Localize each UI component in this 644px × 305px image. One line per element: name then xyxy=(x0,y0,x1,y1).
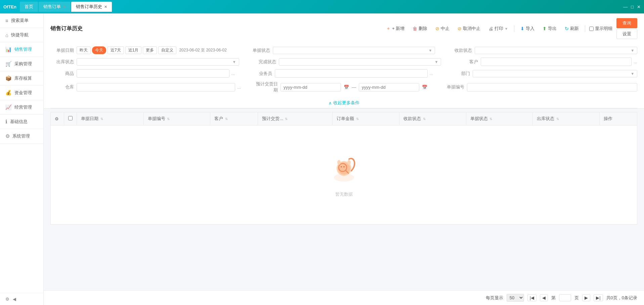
sidebar-item-operations[interactable]: 📈 经营管理 xyxy=(0,100,43,115)
maximize-button[interactable]: □ xyxy=(631,4,634,9)
close-window-button[interactable]: ✕ xyxy=(637,4,641,9)
calendar-end-icon[interactable]: 📅 xyxy=(422,85,427,90)
doc-number-input[interactable] xyxy=(467,83,637,91)
sort-doc-status-icon[interactable]: ⇅ xyxy=(489,117,492,121)
sidebar-item-system[interactable]: ⚙ 系统管理 xyxy=(0,129,43,144)
sort-amount-icon[interactable]: ⇅ xyxy=(356,117,359,121)
page-header: 销售订单历史 ＋ + 新增 🗑 删除 ⊘ 中止 ⊘ xyxy=(44,13,644,109)
sidebar-settings-icon[interactable]: ⚙ xyxy=(5,297,9,302)
system-icon: ⚙ xyxy=(5,133,10,139)
payment-select[interactable]: ▼ xyxy=(475,47,637,54)
print-button[interactable]: 🖨 打印 ▼ xyxy=(486,24,510,33)
complete-chevron-icon: ▼ xyxy=(434,60,438,64)
salesperson-input[interactable] xyxy=(275,69,428,78)
minimize-button[interactable]: — xyxy=(623,4,628,9)
sidebar-item-search[interactable]: ≡ 搜索菜单 xyxy=(0,13,43,28)
settings-icon[interactable]: ⚙ xyxy=(55,116,59,121)
customer-input[interactable] xyxy=(481,58,632,66)
customer-dots[interactable]: ... xyxy=(634,59,637,64)
filter-row-3: 商品 ... 业务员 ... 部门 ▼ xyxy=(50,69,637,78)
empty-illustration xyxy=(327,152,361,186)
date-dash: — xyxy=(352,85,356,90)
delivery-date-label: 预计交货日期 xyxy=(254,81,278,93)
sort-payment-icon[interactable]: ⇅ xyxy=(423,117,426,121)
warehouse-input[interactable] xyxy=(77,83,235,91)
settings-button[interactable]: 设置 xyxy=(616,29,637,39)
select-all-checkbox[interactable] xyxy=(68,116,73,120)
date-yesterday[interactable]: 昨天 xyxy=(77,46,91,54)
outbound-select[interactable]: ▼ xyxy=(77,58,239,66)
stop-button[interactable]: ⊘ 中止 xyxy=(433,24,452,33)
date-7days[interactable]: 近7天 xyxy=(108,46,124,54)
payment-label: 收款状态 xyxy=(448,47,472,53)
show-detail-input[interactable] xyxy=(589,27,594,31)
show-detail-checkbox[interactable]: 显示明细 xyxy=(589,26,612,32)
sidebar-item-quick-nav[interactable]: ⌂ 快捷导航 xyxy=(0,28,43,42)
page-size-select[interactable]: 50 20 100 xyxy=(507,294,524,302)
date-range-text: 2023-06-02 至 2023-06-02 xyxy=(179,47,226,53)
sort-outbound-icon[interactable]: ⇅ xyxy=(556,117,559,121)
complete-select[interactable]: ▼ xyxy=(279,58,441,66)
last-page-button[interactable]: ▶| xyxy=(594,294,603,301)
delivery-date-start[interactable] xyxy=(281,83,341,91)
tab-sales-order[interactable]: 销售订单 ✕ xyxy=(39,2,71,12)
tab-sales-order-history[interactable]: 销售订单历史 ✕ xyxy=(71,2,112,12)
warehouse-dots[interactable]: ... xyxy=(237,85,241,90)
salesperson-dots[interactable]: ... xyxy=(430,71,433,76)
info-icon: ℹ xyxy=(5,119,7,125)
collapse-btn[interactable]: ∧ 收起更多条件 xyxy=(50,100,637,106)
page-number-input[interactable]: 1 xyxy=(559,294,571,301)
sidebar-item-sales[interactable]: 📊 销售管理 xyxy=(0,42,43,57)
tab-home[interactable]: 首页 xyxy=(20,2,38,12)
data-table: ⚙ 单据日期 ⇅ 单据编号 ⇅ xyxy=(50,112,637,225)
refresh-button[interactable]: ↻ 刷新 xyxy=(563,24,581,33)
close-tab-sales-order[interactable]: ✕ xyxy=(63,5,66,9)
sidebar-item-finance[interactable]: 💰 资金管理 xyxy=(0,86,43,100)
th-checkbox[interactable] xyxy=(64,112,77,125)
complete-label: 完成状态 xyxy=(253,59,276,65)
status-select[interactable]: ▼ xyxy=(273,47,435,54)
sidebar-bottom: ⚙ ◀ xyxy=(0,293,43,305)
sidebar-collapse-icon[interactable]: ◀ xyxy=(13,297,16,302)
svg-point-6 xyxy=(343,166,345,167)
delete-button[interactable]: 🗑 删除 xyxy=(411,24,429,33)
th-settings[interactable]: ⚙ xyxy=(51,112,64,125)
prev-page-button[interactable]: ◀ xyxy=(540,294,548,301)
svg-point-8 xyxy=(347,160,351,165)
warehouse-label: 仓库 xyxy=(50,84,74,90)
query-button[interactable]: 查询 xyxy=(616,18,637,28)
date-custom[interactable]: 自定义 xyxy=(158,46,176,54)
sidebar-item-purchase[interactable]: 🛒 采购管理 xyxy=(0,57,43,71)
table-header-row: ⚙ 单据日期 ⇅ 单据编号 ⇅ xyxy=(51,112,637,125)
sidebar-item-inventory[interactable]: 📦 库存核算 xyxy=(0,71,43,86)
outbound-chevron-icon: ▼ xyxy=(232,60,236,64)
page-title: 销售订单历史 xyxy=(50,25,83,32)
new-button[interactable]: ＋ + 新增 xyxy=(384,24,406,33)
import-button[interactable]: ⬇ 导入 xyxy=(518,24,536,33)
sidebar-item-base-info[interactable]: ℹ 基础信息 xyxy=(0,115,43,129)
finance-icon: 💰 xyxy=(5,90,12,96)
page-label: 页 xyxy=(574,295,579,301)
cancel-stop-button[interactable]: ⊘ 取消中止 xyxy=(456,24,482,33)
goods-input[interactable] xyxy=(77,69,229,78)
toolbar-divider-2 xyxy=(585,25,585,32)
date-today[interactable]: 今天 xyxy=(92,46,106,54)
date-1month[interactable]: 近1月 xyxy=(125,46,142,54)
sales-icon: 📊 xyxy=(5,46,12,52)
calendar-start-icon[interactable]: 📅 xyxy=(344,85,349,90)
next-page-button[interactable]: ▶ xyxy=(582,294,590,301)
sort-delivery-icon[interactable]: ⇅ xyxy=(285,117,288,121)
payment-chevron-icon: ▼ xyxy=(631,48,634,52)
sort-number-icon[interactable]: ⇅ xyxy=(167,117,170,121)
close-tab-sales-order-history[interactable]: ✕ xyxy=(104,5,107,9)
goods-label: 商品 xyxy=(50,71,74,77)
date-more[interactable]: 更多 xyxy=(143,46,157,54)
goods-dots[interactable]: ... xyxy=(231,71,235,76)
first-page-button[interactable]: |◀ xyxy=(527,294,536,301)
sort-date-icon[interactable]: ⇅ xyxy=(100,117,103,121)
delivery-date-end[interactable] xyxy=(359,83,419,91)
sort-customer-icon[interactable]: ⇅ xyxy=(225,117,228,121)
date-label: 单据日期 xyxy=(50,47,74,53)
export-button[interactable]: ⬆ 导出 xyxy=(541,24,559,33)
dept-select[interactable]: ▼ xyxy=(473,70,637,77)
